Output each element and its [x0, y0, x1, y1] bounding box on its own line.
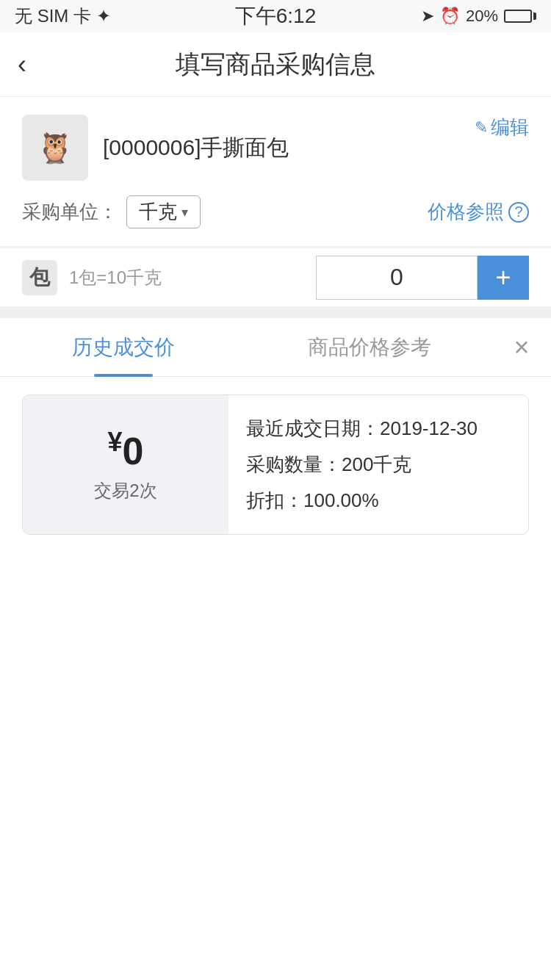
recent-date-row: 最近成交日期：2019-12-30: [246, 416, 511, 442]
discount-row: 折扣：100.00%: [246, 488, 511, 514]
product-name: [0000006]手撕面包: [103, 133, 289, 163]
unit-label: 采购单位：: [22, 199, 118, 225]
purchase-qty-label: 采购数量：: [246, 453, 342, 475]
tabs-section: 历史成交价 商品价格参考 × ¥0 交易2次 最近成交日期：2019-12-30…: [0, 318, 551, 552]
price-ref-label: 价格参照: [428, 199, 504, 225]
battery-icon: [504, 10, 536, 23]
recent-date-value: 2019-12-30: [380, 417, 478, 439]
location-icon: ➤: [421, 7, 434, 26]
back-button[interactable]: ‹: [18, 49, 26, 80]
status-left: 无 SIM 卡 ✦: [15, 4, 111, 28]
product-thumbnail: 🦉: [22, 115, 88, 181]
plus-button[interactable]: +: [478, 256, 529, 300]
page-title: 填写商品采购信息: [176, 48, 375, 82]
transaction-area: ¥0 交易2次 最近成交日期：2019-12-30 采购数量：200千克 折扣：…: [0, 377, 551, 552]
section-divider: [0, 306, 551, 318]
edit-icon: ✎: [475, 118, 488, 137]
tab-close-button[interactable]: ×: [492, 332, 551, 363]
qty-right: 0 +: [316, 256, 529, 300]
transaction-card: ¥0 交易2次 最近成交日期：2019-12-30 采购数量：200千克 折扣：…: [22, 394, 529, 535]
product-unit-row: 采购单位： 千克 ▾ 价格参照 ?: [22, 195, 529, 228]
status-right: ➤ ⏰ 20%: [421, 7, 536, 26]
price-value: 0: [123, 430, 144, 472]
quantity-value: 0: [390, 264, 403, 291]
unit-left: 采购单位： 千克 ▾: [22, 195, 201, 228]
tab-price-ref-label: 商品价格参考: [308, 334, 431, 361]
quantity-input[interactable]: 0: [316, 256, 478, 300]
transaction-price: ¥0: [108, 427, 144, 473]
purchase-qty-value: 200千克: [342, 453, 411, 475]
info-icon: ?: [508, 202, 529, 223]
edit-label: 编辑: [491, 115, 529, 140]
status-bar: 无 SIM 卡 ✦ 下午6:12 ➤ ⏰ 20%: [0, 0, 551, 32]
battery-percent: 20%: [466, 7, 498, 26]
card-price-section: ¥0 交易2次: [23, 395, 228, 534]
tab-price-reference[interactable]: 商品价格参考: [246, 318, 492, 377]
chevron-down-icon: ▾: [181, 204, 188, 220]
bottom-space: [0, 552, 551, 980]
purchase-quantity-row: 采购数量：200千克: [246, 452, 511, 478]
qty-left: 包 1包=10千克: [22, 260, 162, 295]
unit-box-icon: 包: [22, 260, 57, 295]
alarm-icon: ⏰: [440, 7, 460, 26]
discount-label: 折扣：: [246, 489, 303, 511]
close-icon: ×: [514, 332, 529, 363]
edit-button[interactable]: ✎ 编辑: [475, 115, 529, 140]
currency-symbol: ¥: [108, 427, 123, 457]
discount-value: 100.00%: [303, 489, 379, 511]
card-details-section: 最近成交日期：2019-12-30 采购数量：200千克 折扣：100.00%: [228, 395, 528, 534]
tabs-header: 历史成交价 商品价格参考 ×: [0, 318, 551, 377]
unit-value: 千克: [139, 199, 177, 225]
product-header: 🦉 [0000006]手撕面包 ✎ 编辑: [22, 115, 529, 181]
plus-icon: +: [495, 262, 511, 293]
product-left: 🦉 [0000006]手撕面包: [22, 115, 289, 181]
price-reference-button[interactable]: 价格参照 ?: [428, 199, 529, 225]
unit-box-label: 包: [29, 264, 50, 292]
unit-select-button[interactable]: 千克 ▾: [126, 195, 201, 228]
product-image: 🦉: [37, 131, 73, 165]
status-time: 下午6:12: [235, 2, 317, 30]
recent-date-label: 最近成交日期：: [246, 417, 380, 439]
sim-text: 无 SIM 卡 ✦: [15, 4, 111, 28]
quantity-section: 包 1包=10千克 0 +: [0, 248, 551, 306]
product-section: 🦉 [0000006]手撕面包 ✎ 编辑 采购单位： 千克 ▾ 价格参照 ?: [0, 97, 551, 246]
tab-history-price[interactable]: 历史成交价: [0, 318, 246, 377]
nav-bar: ‹ 填写商品采购信息: [0, 32, 551, 97]
unit-conversion: 1包=10千克: [69, 266, 162, 289]
trade-count: 交易2次: [94, 479, 156, 502]
tab-history-label: 历史成交价: [72, 334, 175, 361]
